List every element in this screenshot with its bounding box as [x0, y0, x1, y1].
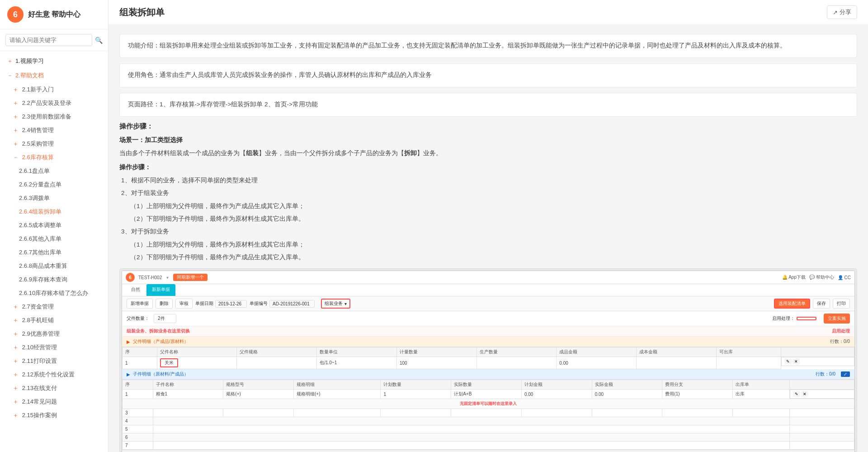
- sidebar: 6 好生意 帮助中心 🔍 ＋ 1.视频学习 － 2.帮助文档 ＋ 2.1新手入门: [0, 0, 108, 452]
- sidebar-item-other-in[interactable]: 2.6.6其他入库单: [0, 232, 108, 246]
- sidebar-item-sales[interactable]: ＋ 2.4销售管理: [0, 124, 108, 137]
- mock-bth-cspec: 规格型号: [223, 380, 294, 390]
- mock-td-seq1: 1: [123, 357, 157, 369]
- share-button[interactable]: ↗ 分享: [827, 5, 857, 19]
- sidebar-item-faq[interactable]: ＋ 2.14常见问题: [0, 395, 108, 409]
- mock-btd-cdetail1: 规格明细(+): [294, 390, 381, 399]
- mock-btn-extra1[interactable]: 保存: [813, 299, 830, 309]
- mock-td-pout1: [716, 357, 781, 369]
- mock-th-pactions: [781, 347, 854, 357]
- role-intro-block: 使用角色：通常由生产人员或库管人员完成拆装业务的操作，库管人员确认原材料的出库和…: [119, 63, 857, 87]
- mock-count-input[interactable]: 2件: [154, 314, 176, 323]
- sidebar-item-mobile[interactable]: ＋ 2.8手机旺铺: [0, 314, 108, 327]
- mock-btd-cname1: 粮食1: [153, 390, 223, 399]
- mock-enabledoc-area: 启用处理：: [772, 315, 816, 322]
- sidebar-item-stock-count[interactable]: 2.6.1盘点单: [0, 164, 108, 178]
- mock-top-section-label: 父件明细（产成品/原材料）: [133, 338, 189, 345]
- mock-newdoc-btn[interactable]: 同期新增一个: [173, 274, 208, 281]
- path-intro-text: 页面路径：1、库存核算->库存管理->组装拆卸单 2、首页->常用功能: [128, 100, 849, 110]
- mock-btd-cspec1: 规格(+): [223, 390, 294, 399]
- sidebar-item-print[interactable]: ＋ 2.11打印设置: [0, 354, 108, 368]
- mock-td-pqty1: 100: [396, 357, 476, 369]
- mock-bth-cplanamount: 计划金额: [521, 380, 592, 390]
- mock-right-btns: 选用装配清单 保存 打印: [774, 299, 850, 309]
- mock-top-section-icon: ▶: [127, 339, 130, 344]
- scenario1-desc: 当由多个子件材料组装成一个成品的业务为【组装】业务，当由一个父件拆分成多个子产品…: [119, 148, 857, 159]
- sidebar-item-settings[interactable]: ＋ 2.12系统个性化设置: [0, 368, 108, 381]
- sidebar-item-inventory[interactable]: － 2.6库存核算: [0, 151, 108, 164]
- mock-expand-btn[interactable]: ⤢: [841, 371, 850, 377]
- sidebar-item-video[interactable]: ＋ 1.视频学习: [0, 54, 108, 68]
- sidebar-item-assemble[interactable]: 2.6.4组装拆卸单: [0, 205, 108, 219]
- mock-btd-cactions4: [790, 417, 854, 425]
- mock-btn-extra2[interactable]: 打印: [833, 299, 850, 309]
- search-button[interactable]: 🔍: [95, 37, 103, 44]
- mock-btn-delete[interactable]: 删除: [156, 299, 173, 309]
- mock-help: 💬 帮助中心: [809, 274, 834, 281]
- mock-bth-cactions: [790, 380, 854, 390]
- role-intro-text: 使用角色：通常由生产人员或库管人员完成拆装业务的操作，库管人员确认原材料的出库和…: [128, 70, 849, 81]
- sidebar-item-cost-recalc[interactable]: 2.6.8商品成本重算: [0, 259, 108, 273]
- mock-tabbar: 自然 新新单据: [122, 284, 854, 296]
- mock-enabledoc-input[interactable]: [797, 317, 816, 320]
- sidebar-item-stock-ledger[interactable]: 2.6.9库存账本查询: [0, 273, 108, 286]
- annotation-assemble-type: 组装业务、拆卸业务在这里切换: [127, 328, 190, 334]
- step-2-1: （1）上部明细为父件明细，最终作为产成品生成其它入库单；: [121, 201, 857, 212]
- mock-th-pcost: 成本金额: [637, 347, 717, 357]
- mock-tab-newdoc[interactable]: 新新单据: [146, 284, 175, 296]
- page-title: 组装拆卸单: [119, 6, 165, 19]
- mock-bottom-row-3: 3: [123, 409, 854, 417]
- mock-pname-input[interactable]: 关米: [160, 358, 178, 367]
- mock-btd-empty6: [153, 433, 790, 442]
- page-header: 组装拆卸单 ↗ 分享: [108, 0, 868, 25]
- search-input[interactable]: [5, 34, 92, 46]
- sidebar-item-finance[interactable]: ＋ 2.7资金管理: [0, 300, 108, 314]
- mock-bth-cplan: 计划数量: [381, 380, 451, 390]
- sidebar-item-purchase[interactable]: ＋ 2.5采购管理: [0, 137, 108, 151]
- sidebar-item-cost-adjust[interactable]: 2.6.5成本调整单: [0, 219, 108, 232]
- mock-brow-del[interactable]: ✕: [801, 391, 808, 397]
- mock-btn-add[interactable]: 新增单据: [127, 299, 153, 309]
- mock-tab-home[interactable]: 自然: [126, 284, 146, 296]
- sidebar-item-helpdoc[interactable]: － 2.帮助文档: [0, 68, 108, 83]
- mock-bottom-row-2: 无固定清单可以随时在这里录入: [123, 399, 854, 409]
- sidebar-item-install[interactable]: ＋ 2.2产品安装及登录: [0, 96, 108, 110]
- sidebar-item-stock-error[interactable]: 2.6.10库存账本错了怎么办: [0, 286, 108, 300]
- step-3-1: （1）上部明细为父件明细，最终作为原材料生成其它出库单；: [121, 239, 857, 250]
- sidebar-item-payment[interactable]: ＋ 2.13在线支付: [0, 381, 108, 395]
- mock-docno-input[interactable]: AD-20191226-001: [269, 300, 315, 308]
- mock-btn-approve[interactable]: 审核: [175, 299, 193, 309]
- mock-btd-empty2: 无固定清单可以随时在这里录入: [123, 399, 854, 409]
- operations-title: 操作步骤：: [119, 122, 857, 131]
- mock-brow-edit[interactable]: ✎: [793, 391, 800, 397]
- plus-icon: ＋: [7, 57, 13, 65]
- function-intro-block: 功能介绍：组装拆卸单用来处理企业组装或拆卸等加工业务，支持有固定装配清单的产品加…: [119, 34, 857, 58]
- mock-row-edit[interactable]: ✎: [784, 359, 792, 364]
- mock-btd-cdetail3: [294, 409, 381, 417]
- mock-td-pprod1: [476, 357, 557, 369]
- sidebar-item-coupon[interactable]: ＋ 2.9优惠券管理: [0, 327, 108, 341]
- mock-btd-cactions5: [790, 425, 854, 433]
- function-intro-text: 功能介绍：组装拆卸单用来处理企业组装或拆卸等加工业务，支持有固定装配清单的产品加…: [128, 41, 849, 51]
- mock-top-row-1: 1 关米 包/1.0~1 100 0: [123, 357, 854, 369]
- sidebar-item-data-prep[interactable]: ＋ 2.3使用前数据准备: [0, 110, 108, 124]
- mock-row-del[interactable]: ✕: [793, 359, 800, 364]
- sidebar-item-other-out[interactable]: 2.6.7其他出库单: [0, 246, 108, 259]
- mock-annotation-row: 组装业务、拆卸业务在这里切换 启用处理: [122, 326, 854, 337]
- mock-type-select[interactable]: 组装业务 ▾: [321, 299, 350, 309]
- mock-annotations: 组装业务、拆卸业务在这里切换 启用处理: [122, 326, 854, 337]
- mock-th-pname: 父件名称: [157, 347, 237, 357]
- mock-date-input[interactable]: 2019-12-26: [215, 300, 247, 308]
- sidebar-item-beginner[interactable]: ＋ 2.1新手入门: [0, 83, 108, 96]
- mock-enable-area: 选用装配清单: [774, 299, 810, 309]
- steps-list: 1、根据不同的业务，选择不同单据的类型来处理 2、对于组装业务 （1）上部明细为…: [119, 175, 857, 263]
- sidebar-item-management[interactable]: ＋ 2.10经营管理: [0, 341, 108, 354]
- mock-topbar: 6 TEST-H002 ▾ 同期新增一个 🔔 App下载 💬 帮助中心 👤 CC: [122, 271, 854, 284]
- mock-enable-btn[interactable]: 选用装配清单: [774, 299, 810, 309]
- mock-save-btn[interactable]: 立案实施: [824, 314, 850, 324]
- main-content: 组装拆卸单 ↗ 分享 功能介绍：组装拆卸单用来处理企业组装或拆卸等加工业务，支持…: [108, 0, 868, 452]
- sidebar-item-partial-count[interactable]: 2.6.2分量盘点单: [0, 178, 108, 191]
- share-icon: ↗: [833, 9, 838, 16]
- sidebar-item-transfer[interactable]: 2.6.3调拨单: [0, 191, 108, 205]
- sidebar-item-cases[interactable]: ＋ 2.15操作案例: [0, 409, 108, 422]
